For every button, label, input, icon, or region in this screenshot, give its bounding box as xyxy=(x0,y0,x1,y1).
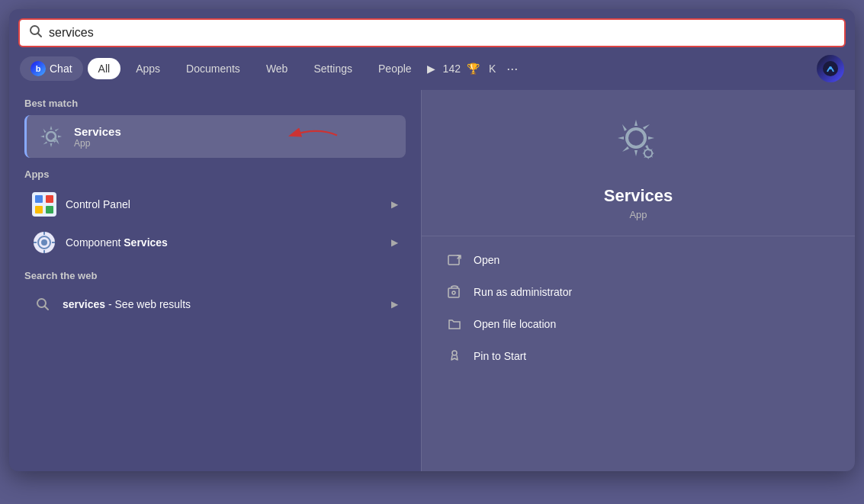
tab-people[interactable]: People xyxy=(368,58,422,79)
web-section: Search the web services - See web result… xyxy=(24,270,406,321)
tab-chat[interactable]: b Chat xyxy=(20,56,83,81)
more-options-button[interactable]: ··· xyxy=(500,58,524,80)
right-app-type: App xyxy=(629,209,647,220)
svg-rect-8 xyxy=(35,195,43,203)
list-item-control-panel[interactable]: Control Panel ▶ xyxy=(24,186,406,223)
component-services-chevron: ▶ xyxy=(391,237,398,248)
best-match-item[interactable]: Services App xyxy=(24,115,406,158)
best-match-subtitle: App xyxy=(74,138,121,149)
svg-point-14 xyxy=(41,239,47,246)
services-icon-large xyxy=(608,113,669,174)
right-panel-top: Services App xyxy=(422,90,855,236)
more-tabs-button[interactable]: ▶ xyxy=(427,63,435,75)
pin-to-start-label: Pin to Start xyxy=(474,350,526,362)
web-search-chevron: ▶ xyxy=(391,299,398,310)
control-panel-icon xyxy=(32,192,56,217)
right-app-name: Services xyxy=(604,186,673,206)
run-as-admin-icon xyxy=(446,284,463,300)
tab-k: K xyxy=(489,63,496,75)
action-run-as-admin[interactable]: Run as administrator xyxy=(440,276,837,308)
tabs-row: b Chat All Apps Documents Web Settings P… xyxy=(9,47,855,90)
component-services-name: Component Services xyxy=(66,236,391,249)
tab-web[interactable]: Web xyxy=(255,58,299,79)
search-panel: services b Chat All Apps Documents Web S… xyxy=(9,9,855,471)
trophy-icon: 🏆 xyxy=(467,63,480,75)
svg-point-17 xyxy=(627,129,645,147)
web-section-label: Search the web xyxy=(24,270,406,281)
search-icon xyxy=(29,24,43,41)
tab-all[interactable]: All xyxy=(88,58,121,79)
apps-section-label: Apps xyxy=(24,169,406,180)
svg-point-22 xyxy=(452,351,457,355)
arrow-annotation xyxy=(284,124,345,149)
apps-section: Apps Control Panel ▶ xyxy=(24,169,406,261)
svg-point-4 xyxy=(47,132,56,141)
open-file-location-label: Open file location xyxy=(474,318,556,330)
action-open[interactable]: Open xyxy=(440,244,837,276)
svg-line-1 xyxy=(38,34,42,37)
pin-to-start-icon xyxy=(446,348,463,364)
svg-rect-20 xyxy=(448,288,459,297)
tab-count: 142 xyxy=(443,63,461,75)
search-bar: services xyxy=(18,18,846,47)
best-match-title: Services xyxy=(74,125,121,138)
main-content: Best match xyxy=(9,90,855,471)
right-actions: Open Run as administrator xyxy=(422,236,855,380)
search-input[interactable]: services xyxy=(49,26,835,40)
component-services-icon xyxy=(32,230,56,255)
svg-rect-11 xyxy=(46,206,53,213)
services-icon-small xyxy=(37,123,65,150)
tab-apps[interactable]: Apps xyxy=(125,58,171,79)
svg-rect-9 xyxy=(46,195,53,203)
web-search-item[interactable]: services - See web results ▶ xyxy=(24,287,406,321)
right-panel: Services App Open xyxy=(421,90,855,471)
bing-avatar-button[interactable] xyxy=(817,55,844,82)
control-panel-chevron: ▶ xyxy=(391,199,398,210)
svg-point-3 xyxy=(829,66,832,69)
action-open-file-location[interactable]: Open file location xyxy=(440,308,837,340)
action-pin-to-start[interactable]: Pin to Start xyxy=(440,340,837,372)
list-item-component-services[interactable]: Component Services ▶ xyxy=(24,224,406,261)
open-label: Open xyxy=(474,254,499,266)
left-panel: Best match xyxy=(9,90,421,471)
svg-point-21 xyxy=(452,291,455,294)
best-match-label: Best match xyxy=(24,98,406,109)
web-search-text: services - See web results xyxy=(63,298,191,310)
web-search-icon xyxy=(32,294,53,315)
tab-settings[interactable]: Settings xyxy=(303,58,363,79)
open-file-location-icon xyxy=(446,316,463,332)
best-match-text: Services App xyxy=(74,125,121,149)
svg-rect-19 xyxy=(448,255,459,265)
run-as-admin-label: Run as administrator xyxy=(474,286,572,298)
open-icon xyxy=(446,252,463,268)
control-panel-name: Control Panel xyxy=(66,198,391,210)
bing-icon: b xyxy=(31,61,46,76)
svg-rect-10 xyxy=(35,206,43,213)
tab-documents[interactable]: Documents xyxy=(175,58,251,79)
svg-line-16 xyxy=(45,307,49,310)
